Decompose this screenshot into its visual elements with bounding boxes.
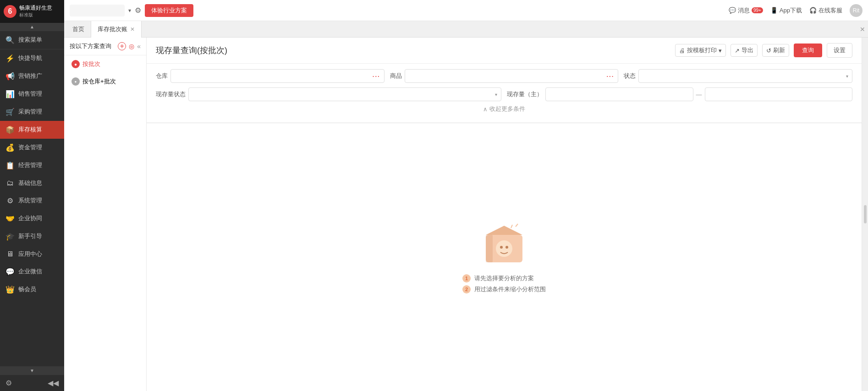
user-initials: Rit [853, 7, 860, 14]
sidebar-item-label: 资金管理 [18, 143, 42, 152]
topbar-actions: 💬 消息 99+ 📱 App下载 🎧 在线客服 Rit [729, 4, 863, 17]
sidebar-item-label: 营销推广 [18, 72, 42, 80]
filter-area: 仓库 ··· 商品 ··· [147, 64, 862, 123]
page-header: 现存量查询(按批次) 🖨 按模板打印 ▾ ↗ 导出 ↺ 刷新 [147, 38, 862, 64]
refresh-icon: ↺ [766, 47, 771, 54]
print-label: 按模板打印 [687, 46, 717, 54]
inventory-status-chevron: ▾ [495, 92, 497, 97]
filter-row-2: 现存量状态 ▾ 现存量（主） — [156, 87, 852, 101]
add-plan-icon[interactable]: + [118, 42, 126, 50]
sidebar-item-members[interactable]: 👑 畅会员 [0, 281, 64, 299]
plan-item-label: 按仓库+批次 [82, 77, 116, 86]
page-header-actions: 🖨 按模板打印 ▾ ↗ 导出 ↺ 刷新 查询 设置 [675, 43, 852, 58]
message-label: 消息 [738, 6, 750, 15]
sidebar-item-newbie[interactable]: 🎓 新手引导 [0, 228, 64, 245]
sidebar-item-inventory[interactable]: 📦 库存核算 [0, 121, 64, 139]
message-icon: 💬 [729, 7, 736, 14]
content-area: 按以下方案查询 + ◎ « ● 按批次 ● 按仓库+批次 现存量查询(按批次) [64, 38, 868, 391]
experience-button[interactable]: 体验行业方案 [145, 4, 193, 17]
collapse-label: 收起更多条件 [489, 105, 525, 113]
sidebar-scroll-down[interactable]: ▼ [0, 366, 64, 375]
warehouse-filter: 仓库 ··· [156, 69, 385, 83]
tab-close-icon[interactable]: ✕ [130, 26, 135, 33]
export-button[interactable]: ↗ 导出 [731, 44, 758, 57]
goods-dots[interactable]: ··· [607, 73, 615, 80]
topbar-search-area[interactable] [70, 5, 125, 16]
svg-line-7 [516, 224, 518, 227]
warehouse-dots[interactable]: ··· [373, 73, 380, 80]
export-icon: ↗ [735, 47, 740, 54]
svg-marker-1 [486, 226, 522, 235]
scroll-thumb [864, 205, 867, 223]
sidebar-item-sales[interactable]: 📊 销售管理 [0, 85, 64, 103]
sidebar-item-label: 库存核算 [18, 125, 42, 134]
status-select[interactable]: ▾ [638, 69, 852, 83]
app-logo: 6 [4, 5, 16, 18]
newbie-icon: 🎓 [5, 232, 15, 241]
sidebar-item-label: 基础信息 [18, 179, 42, 187]
page-close-button[interactable]: ✕ [857, 25, 868, 34]
inventory-status-select[interactable]: ▾ [188, 87, 501, 101]
settings-button[interactable]: 设置 [827, 43, 852, 58]
topbar-dropdown-arrow[interactable]: ▾ [128, 7, 131, 14]
plan-item-by-warehouse-batch[interactable]: ● 按仓库+批次 [64, 73, 146, 90]
sidebar-bottom: ⚙ ◀◀ [0, 375, 64, 391]
refresh-button[interactable]: ↺ 刷新 [762, 44, 789, 57]
sidebar-item-purchase[interactable]: 🛒 采购管理 [0, 103, 64, 121]
settings-plan-icon[interactable]: ◎ [129, 43, 134, 50]
apps-icon: 🖥 [5, 250, 15, 258]
sidebar-item-label: 快捷导航 [18, 54, 42, 62]
goods-input[interactable]: ··· [405, 69, 619, 83]
sidebar-item-quick-nav[interactable]: ⚡ 快捷导航 [0, 49, 64, 67]
inventory-quantity-label: 现存量（主） [507, 90, 543, 98]
goods-filter: 商品 ··· [390, 69, 619, 83]
tab-batch[interactable]: 库存批次账 ✕ [91, 21, 142, 38]
sidebar-item-enterprise[interactable]: 🤝 企业协同 [0, 210, 64, 228]
sales-icon: 📊 [5, 90, 15, 98]
plan-item-by-batch[interactable]: ● 按批次 [64, 55, 146, 73]
sidebar-item-finance[interactable]: 💰 资金管理 [0, 139, 64, 157]
topbar-gear-icon[interactable]: ⚙ [135, 6, 141, 15]
sidebar-item-label: 应用中心 [18, 250, 42, 258]
sidebar-item-marketing[interactable]: 📢 营销推广 [0, 67, 64, 85]
online-service-action[interactable]: 🎧 在线客服 [809, 6, 842, 15]
message-badge: 99+ [752, 7, 763, 13]
sidebar-item-search[interactable]: 🔍 搜索菜单 [0, 31, 64, 49]
side-scrollbar[interactable] [862, 38, 868, 391]
tip-1-text: 请先选择要分析的方案 [474, 274, 534, 282]
status-filter: 状态 ▾ [624, 69, 852, 83]
app-download-action[interactable]: 📱 App下载 [770, 6, 802, 15]
inventory-icon: 📦 [5, 125, 15, 134]
collapse-filters-button[interactable]: ∧ 收起更多条件 [156, 101, 852, 117]
query-button[interactable]: 查询 [794, 43, 822, 57]
inventory-quantity-from[interactable] [545, 87, 693, 101]
user-avatar[interactable]: Rit [850, 4, 863, 17]
plan-dot-red: ● [71, 60, 80, 68]
purchase-icon: 🛒 [5, 108, 15, 116]
tab-home[interactable]: 首页 [66, 21, 91, 38]
svg-point-4 [500, 246, 503, 249]
sidebar-scroll-up[interactable]: ▲ [0, 23, 64, 31]
collapse-panel-icon[interactable]: « [137, 43, 141, 50]
download-icon: 📱 [770, 7, 778, 14]
sidebar-item-wechat[interactable]: 💬 企业微信 [0, 263, 64, 281]
inventory-quantity-filter: 现存量（主） — [507, 87, 852, 101]
operations-icon: 📋 [5, 161, 15, 170]
sidebar-search-label: 搜索菜单 [18, 36, 42, 44]
right-content: 现存量查询(按批次) 🖨 按模板打印 ▾ ↗ 导出 ↺ 刷新 [147, 38, 862, 391]
empty-tip-2: 2 用过滤条件来缩小分析范围 [462, 285, 546, 293]
print-button[interactable]: 🖨 按模板打印 ▾ [675, 44, 726, 57]
inventory-status-label: 现存量状态 [156, 90, 186, 98]
sidebar-item-basic[interactable]: 🗂 基础信息 [0, 174, 64, 192]
collapse-icon[interactable]: ◀◀ [48, 379, 59, 387]
sidebar-item-apps[interactable]: 🖥 应用中心 [0, 245, 64, 263]
inventory-quantity-to[interactable] [705, 87, 853, 101]
message-action[interactable]: 💬 消息 99+ [729, 6, 763, 15]
settings-icon[interactable]: ⚙ [5, 379, 12, 387]
sidebar-item-operations[interactable]: 📋 经营管理 [0, 157, 64, 174]
enterprise-icon: 🤝 [5, 214, 15, 223]
sidebar-item-system[interactable]: ⚙ 系统管理 [0, 192, 64, 210]
warehouse-input[interactable]: ··· [170, 69, 385, 83]
warehouse-label: 仓库 [156, 72, 168, 80]
inventory-status-filter: 现存量状态 ▾ [156, 87, 501, 101]
